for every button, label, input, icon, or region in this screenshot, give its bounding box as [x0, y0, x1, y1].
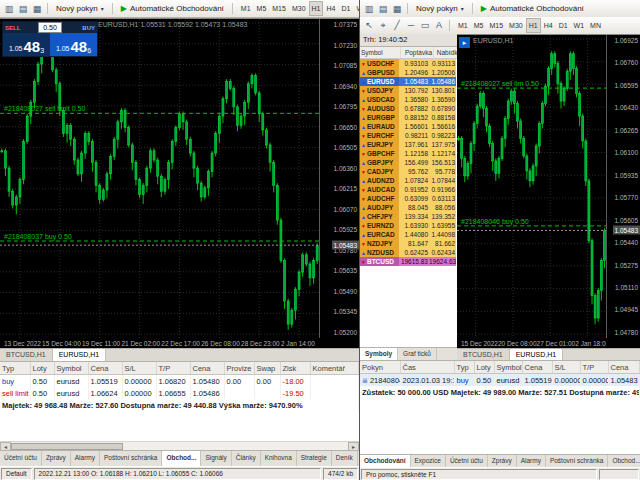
timeframe-button[interactable]: M1	[238, 1, 254, 16]
column-bid[interactable]: Poptávka	[401, 47, 434, 58]
timeframe-button[interactable]: H1	[309, 1, 324, 16]
column-header[interactable]: S/L	[552, 361, 580, 374]
column-header[interactable]: Typ	[454, 361, 474, 374]
timeframe-button[interactable]: M15	[486, 18, 506, 33]
column-header[interactable]: Swap	[254, 362, 280, 375]
column-header[interactable]: Symbol	[494, 361, 522, 374]
orders-table-header[interactable]: PokynČasTypLotySymbolCenaS/LT/PCena	[360, 361, 640, 374]
column-header[interactable]: Loty	[474, 361, 494, 374]
market-watch-row[interactable]: BTCUSD 19615.83 19624.63	[360, 257, 457, 266]
timeframe-button[interactable]: D1	[338, 1, 353, 16]
market-watch-icon[interactable]: ▦	[390, 4, 404, 14]
order-row[interactable]: buy 0.50 eurusd 1.05519 0.00000 1.06820 …	[0, 375, 359, 388]
timeframe-button[interactable]: D1	[556, 18, 571, 33]
profile-name[interactable]: Default	[1, 468, 32, 480]
lot-input[interactable]: 0.50	[38, 22, 62, 33]
orders-table-header[interactable]: TypLotySymbolCenaS/LT/PCenaProvizeSwapZi…	[0, 362, 359, 375]
market-watch-row[interactable]: USDCAD 1.36580 1.36590	[360, 95, 457, 104]
timeframe-button[interactable]: H1	[526, 18, 541, 33]
crosshair-icon[interactable]: ⌖	[376, 20, 390, 31]
market-watch-row[interactable]: NZDUSD 0.62425 0.62434	[360, 248, 457, 257]
timeframe-button[interactable]: MN	[587, 18, 604, 33]
timeframe-button[interactable]: W1	[571, 18, 588, 33]
column-header[interactable]: Loty	[30, 362, 54, 375]
new-order-button[interactable]: Nový pokyn▾	[411, 1, 469, 17]
buy-button[interactable]: 1.05486	[50, 33, 97, 56]
column-header[interactable]: Zisk	[280, 362, 310, 375]
new-chart-icon[interactable]: ▥	[362, 4, 376, 14]
column-header[interactable]: Čas	[400, 361, 454, 374]
terminal-tab[interactable]: Články	[232, 451, 261, 467]
terminal-tab[interactable]: Zprávy	[42, 451, 71, 467]
column-header[interactable]: Typ	[0, 362, 30, 375]
price-scale[interactable]: 1.073751.072301.070851.069401.067951.066…	[319, 19, 359, 338]
market-watch-row[interactable]: EURGBP 0.88152 0.88158	[360, 113, 457, 122]
timeframe-button[interactable]: M30	[289, 1, 309, 16]
market-watch-row[interactable]: EURUSD 1.05483 1.05486	[360, 77, 457, 86]
column-header[interactable]: Cena	[522, 361, 552, 374]
market-watch-row[interactable]: EURCAD 1.44080 1.44098	[360, 230, 457, 239]
timeframe-button[interactable]: H4	[323, 1, 338, 16]
column-ask[interactable]: Nabídka	[434, 47, 458, 58]
autotrading-button[interactable]: ▶Automatické Obchodování	[116, 1, 229, 17]
terminal-tab[interactable]: Alarmy	[71, 451, 100, 467]
market-watch-row[interactable]: USDCHF 0.93103 0.93113	[360, 59, 457, 68]
column-header[interactable]: T/P	[156, 362, 190, 375]
timeframe-button[interactable]: M5	[471, 18, 487, 33]
market-watch-row[interactable]: CADJPY 95.762 95.778	[360, 167, 457, 176]
column-header[interactable]: Pokyn	[360, 361, 400, 374]
rectangle-icon[interactable]: ▭	[418, 20, 432, 31]
timeframe-button[interactable]: W1	[353, 1, 359, 16]
cursor-icon[interactable]: ↖	[362, 20, 376, 31]
market-watch-row[interactable]: EURJPY 137.961 137.975	[360, 140, 457, 149]
price-scale[interactable]: 1.069251.067601.065951.064301.062651.061…	[606, 35, 640, 338]
order-row[interactable]: sell limit 0.50 eurusd 1.06624 0.00000 1…	[0, 387, 359, 399]
market-watch-row[interactable]: EURAUD 1.56601 1.56616	[360, 122, 457, 131]
market-watch-row[interactable]: AUDJPY 88.045 88.056	[360, 203, 457, 212]
column-header[interactable]: Komentář	[310, 362, 359, 375]
market-watch-row[interactable]: GBPUSD 1.20496 1.20506	[360, 68, 457, 77]
text-label-icon[interactable]: A	[432, 20, 446, 31]
column-header[interactable]: Symbol	[54, 362, 88, 375]
column-header[interactable]: S/L	[122, 362, 156, 375]
market-watch-tab[interactable]: Symboly	[360, 348, 398, 360]
terminal-tab[interactable]: Signály	[201, 451, 231, 467]
chart-canvas[interactable]: #218408027 sell limit 0.50#218408037 buy…	[0, 19, 319, 338]
autotrading-button[interactable]: ▶Automatické Obchodování	[476, 1, 589, 17]
trendline-icon[interactable]: ╱	[390, 20, 404, 31]
terminal-tab[interactable]: Obchod...	[162, 451, 201, 467]
column-header[interactable]: Provize	[224, 362, 254, 375]
timeframe-button[interactable]: M5	[254, 1, 270, 16]
market-watch-row[interactable]: GBPJPY 156.499 156.513	[360, 158, 457, 167]
terminal-tab[interactable]: Knihovna	[261, 451, 297, 467]
order-row[interactable]: ≣218408046 2023.01.03 19:1... buy 0.50 e…	[360, 374, 640, 387]
market-watch-row[interactable]: AUDNZD 1.07824 1.07844	[360, 176, 457, 185]
timeframe-button[interactable]: M15	[269, 1, 289, 16]
market-watch-row[interactable]: EURNZD 1.63930 1.63955	[360, 221, 457, 230]
terminal-tab[interactable]: Deník	[332, 451, 358, 467]
column-header[interactable]: T/P	[580, 361, 608, 374]
column-symbol[interactable]: Symbol	[360, 47, 401, 58]
market-watch-row[interactable]: AUDCAD 0.91952 0.91966	[360, 185, 457, 194]
chart-profiles-icon[interactable]: ▤	[376, 4, 390, 14]
market-watch-row[interactable]: USDJPY 130.792 130.801	[360, 86, 457, 95]
column-header[interactable]: Cena	[608, 361, 640, 374]
new-order-button[interactable]: Nový pokyn▾	[51, 1, 109, 17]
one-click-expand-button[interactable]: ▸	[459, 37, 470, 48]
sell-button[interactable]: 1.05483	[3, 33, 50, 56]
market-watch-row[interactable]: GBPCHF 1.12158 1.12174	[360, 149, 457, 158]
chart-profiles-icon[interactable]: ▤	[16, 4, 30, 14]
market-watch-row[interactable]: EURCHF 0.98211 0.98223	[360, 131, 457, 140]
timeframe-button[interactable]: H4	[541, 18, 556, 33]
market-watch-row[interactable]: CHFJPY 139.334 139.352	[360, 212, 457, 221]
new-chart-icon[interactable]: ▥	[2, 4, 16, 14]
column-header[interactable]: Cena	[88, 362, 122, 375]
market-watch-icon[interactable]: ▦	[30, 4, 44, 14]
chart-canvas[interactable]: #218408027 sell lim 0.50#218408046 buy 0…	[457, 35, 606, 338]
market-watch-tab[interactable]: Graf ticků	[398, 348, 437, 360]
terminal-tab[interactable]: Strategie	[297, 451, 332, 467]
timeframe-button[interactable]: M30	[506, 18, 526, 33]
market-watch-header[interactable]: Symbol Poptávka Nabídka	[360, 47, 457, 59]
timeframe-button[interactable]: M1	[455, 18, 471, 33]
terminal-tab[interactable]: Poštovní schránka	[100, 451, 162, 467]
